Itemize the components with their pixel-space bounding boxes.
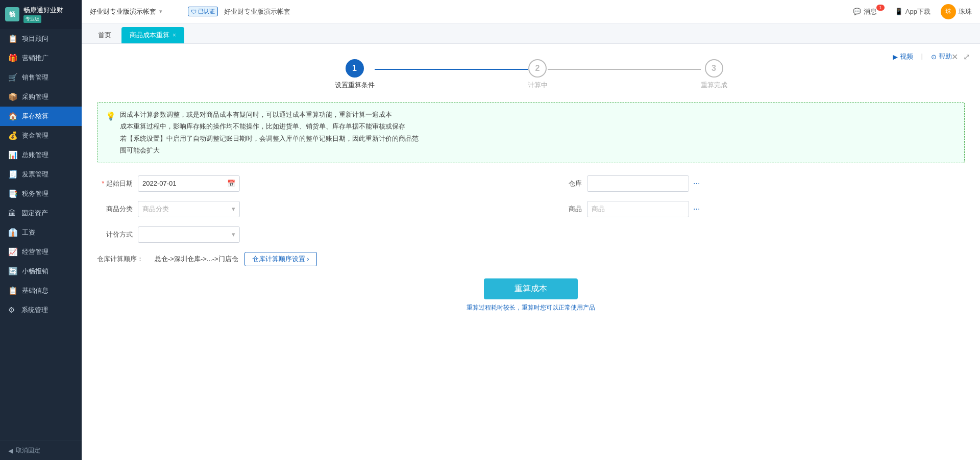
phone-icon: 📱 [895,8,903,15]
sidebar-item-label-ops: 经营管理 [22,247,48,257]
sidebar-logo: 畅 畅康通好业财 专业版 [0,0,82,29]
sidebar-item-system[interactable]: ⚙系统管理 [0,300,82,320]
invoice-icon: 🧾 [8,170,18,179]
sidebar-item-label-assets: 固定资产 [21,209,48,218]
info-text: 因成本计算参数调整，或是对商品成本有疑问时，可以通过成本重算功能，重新计算一遍成… [120,109,419,157]
app-download-button[interactable]: 📱 App下载 [895,7,930,16]
start-date-input[interactable]: 2022-07-01 📅 [138,175,240,192]
project-icon: 📋 [8,34,18,43]
sidebar-item-invoice[interactable]: 🧾发票管理 [0,165,82,184]
sidebar-item-label-project: 项目顾问 [22,34,48,43]
category-select[interactable]: 商品分类 ▾ [138,201,240,217]
sidebar-item-purchase[interactable]: 📦采购管理 [0,87,82,107]
step-1-label: 设置重算条件 [335,81,375,90]
sidebar-item-finance[interactable]: 💰资金管理 [0,126,82,145]
sidebar-item-project[interactable]: 📋项目顾问 [0,29,82,48]
purchase-icon: 📦 [8,92,18,101]
sidebar-item-basic[interactable]: 📋基础信息 [0,281,82,300]
step-line-1 [375,69,528,70]
sidebar-item-accounting[interactable]: 📊总账管理 [0,145,82,165]
notification-count: 1 [876,5,885,11]
sidebar-item-label-invoice: 发票管理 [22,170,48,179]
main-area: 好业财专业版演示帐套 ▾ 🛡 已认证 好业财专业版演示帐套 💬 消息 1 📱 A… [82,0,980,460]
finance-icon: 💰 [8,131,18,140]
tab-close-icon[interactable]: × [173,32,176,39]
warehouse-dots-button[interactable]: ··· [693,179,700,188]
warehouse-order-row: 仓库计算顺序： 总仓->深圳仓库->...->门店仓 仓库计算顺序设置 › [97,252,965,266]
tab-recalc[interactable]: 商品成本重算 × [121,27,184,43]
steps-container: 1 设置重算条件 2 计算中 3 重算完成 [97,59,965,90]
avatar: 珠 [941,4,956,19]
goods-col: 商品 商品 ··· [516,201,965,217]
main-action-container: 重算成本 重算过程耗时较长，重算时您可以正常使用产品 [97,278,965,312]
logo-icon: 畅 [5,7,19,21]
header-right: 💬 消息 1 📱 App下载 珠 珠珠 [853,4,972,19]
accounting-icon: 📊 [8,150,18,160]
messages-button[interactable]: 💬 消息 1 [853,7,885,16]
sidebar-nav: 📋项目顾问🎁营销推广🛒销售管理📦采购管理🏠库存核算💰资金管理📊总账管理🧾发票管理… [0,29,82,441]
step-1-circle: 1 [346,59,364,78]
bulb-icon: 💡 [106,109,116,157]
step-3-label: 重算完成 [701,81,727,90]
sidebar-item-payroll[interactable]: 👔工资 [0,223,82,242]
tax-icon: 📑 [8,189,18,198]
sidebar-item-label-sales: 销售管理 [22,73,48,82]
sidebar-item-marketing[interactable]: 🎁营销推广 [0,48,82,68]
warehouse-label: 仓库 [546,179,587,188]
sidebar-item-label-system: 系统管理 [21,305,48,315]
step-2-circle: 2 [528,59,547,78]
user-menu[interactable]: 珠 珠珠 [941,4,972,19]
marketing-icon: 🎁 [8,54,18,63]
info-box: 💡 因成本计算参数调整，或是对商品成本有疑问时，可以通过成本重算功能，重新计算一… [97,102,965,163]
calendar-icon[interactable]: 📅 [227,180,235,187]
step-line-2 [548,69,701,70]
goods-input[interactable]: 商品 [587,201,689,217]
assets-icon: 🏛 [8,209,17,217]
sidebar-item-label-payroll: 工资 [22,228,35,237]
sidebar-item-ops[interactable]: 📈经营管理 [0,242,82,262]
tab-home[interactable]: 首页 [90,27,119,43]
warehouse-order-settings-button[interactable]: 仓库计算顺序设置 › [244,252,317,266]
account-label: 好业财专业版演示帐套 [90,7,156,16]
chevron-down-icon: ▾ [232,205,235,213]
goods-dots-button[interactable]: ··· [693,205,700,214]
step-3: 3 重算完成 [701,59,727,90]
chevron-down-icon-pricing: ▾ [232,231,235,238]
account-selector[interactable]: 好业财专业版演示帐套 ▾ [90,7,182,16]
message-icon: 💬 [853,8,861,15]
goods-label: 商品 [546,205,587,214]
chevron-down-icon: ▾ [159,8,162,15]
sidebar-item-label-finance: 资金管理 [22,131,48,140]
content-area: ✕ ⤢ ▶ 视频 | ⊙ 帮助 1 [82,44,980,460]
sidebar-item-sales[interactable]: 🛒销售管理 [0,68,82,87]
inventory-icon: 🏠 [8,112,18,121]
sidebar-item-label-basic: 基础信息 [22,286,48,295]
sidebar: 畅 畅康通好业财 专业版 📋项目顾问🎁营销推广🛒销售管理📦采购管理🏠库存核算💰资… [0,0,82,460]
sidebar-item-label-inventory: 库存核算 [22,112,48,121]
sidebar-item-assets[interactable]: 🏛固定资产 [0,203,82,223]
pricing-label: 计价方式 [97,230,138,239]
logo-text: 畅康通好业财 专业版 [23,6,63,23]
header: 好业财专业版演示帐套 ▾ 🛡 已认证 好业财专业版演示帐套 💬 消息 1 📱 A… [82,0,980,23]
basic-icon: 📋 [8,286,18,295]
recalc-hint: 重算过程耗时较长，重算时您可以正常使用产品 [467,303,595,312]
pricing-select[interactable]: ▾ [138,226,240,243]
start-date-label: 起始日期 [97,179,138,188]
system-icon: ⚙ [8,305,17,315]
tabs-bar: 首页 商品成本重算 × [82,23,980,44]
step-2-label: 计算中 [528,81,548,90]
warehouse-order-label: 仓库计算顺序： [97,254,149,264]
sidebar-item-tax[interactable]: 📑税务管理 [0,184,82,203]
warehouse-input[interactable] [587,175,689,192]
sidebar-item-expense[interactable]: 🔄小畅报销 [0,262,82,281]
sidebar-item-inventory[interactable]: 🏠库存核算 [0,107,82,126]
form-row-3: 计价方式 ▾ [97,226,965,243]
ops-icon: 📈 [8,247,18,257]
step-2: 2 计算中 [528,59,548,90]
account-name: 好业财专业版演示帐套 [224,7,290,16]
sidebar-pin-icon: ◀ [8,447,13,454]
step-1: 1 设置重算条件 [335,59,375,90]
recalc-button[interactable]: 重算成本 [484,278,578,299]
expense-icon: 🔄 [8,267,18,276]
sidebar-unpin-button[interactable]: ◀ 取消固定 [0,441,82,460]
